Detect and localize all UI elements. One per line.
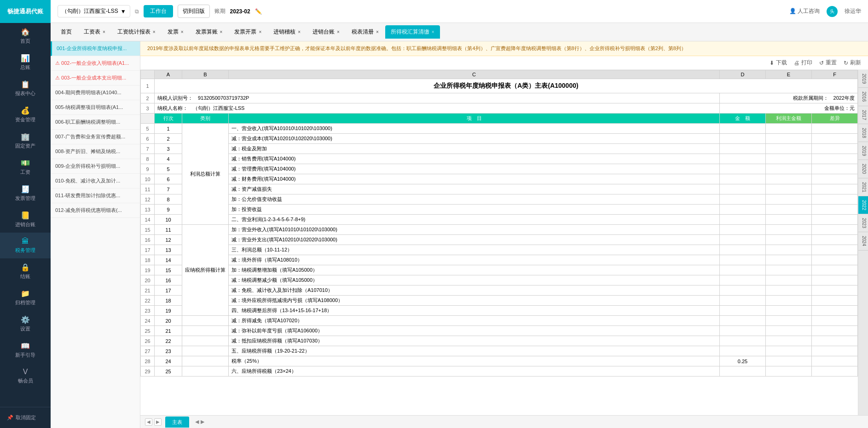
report-item-011[interactable]: 011-研发费用加计扣除优惠... xyxy=(51,188,140,203)
cell-lirunquane[interactable] xyxy=(766,255,812,265)
report-item-012[interactable]: 012-减免所得税优惠明细表(... xyxy=(51,203,140,218)
sidebar-item-ledger[interactable]: 📊总账 xyxy=(0,49,51,75)
report-item-010[interactable]: 010-免税、减计收入及加计... xyxy=(51,174,140,188)
cell-xiangmu[interactable]: 加：公允价值变动收益 xyxy=(229,194,720,205)
tab-close-purchase_ledger[interactable]: × xyxy=(337,29,340,34)
nav-tab-payroll_stats[interactable]: 工资统计报表× xyxy=(112,25,161,39)
cell-chay[interactable] xyxy=(812,326,858,336)
cell-lirunquane[interactable] xyxy=(766,245,812,255)
cell-xiangmu[interactable]: 一、营业收入(填写A101010\101020\103000) xyxy=(229,124,720,134)
cell-xuhao[interactable]: 2 xyxy=(155,134,182,144)
cell-quane[interactable] xyxy=(720,285,766,296)
cell-xiangmu[interactable]: 六、应纳所得税额（23×24） xyxy=(229,366,720,377)
cell-chay[interactable] xyxy=(812,184,858,194)
cell-xuhao[interactable]: 16 xyxy=(155,275,182,285)
year-item-2021[interactable]: 2021 xyxy=(858,178,868,196)
cell-lirunquane[interactable] xyxy=(766,134,812,144)
report-item-004[interactable]: 004-期间费用明细表(A1040... xyxy=(51,86,140,100)
cell-xuhao[interactable]: 1 xyxy=(155,124,182,134)
reset-button[interactable]: ↺ 重置 xyxy=(819,59,837,67)
cell-xuhao[interactable]: 25 xyxy=(155,366,182,377)
nav-tab-tax_table[interactable]: 税表清册× xyxy=(346,25,384,39)
year-item-2018[interactable]: 2018 xyxy=(858,124,868,142)
cell-chay[interactable] xyxy=(812,154,858,164)
pin-toggle[interactable]: 📌 取消固定 xyxy=(5,412,46,423)
cell-lirunquane[interactable] xyxy=(766,235,812,245)
cell-leibie[interactable] xyxy=(182,356,229,366)
sidebar-item-settings[interactable]: ⚙️设置 xyxy=(0,311,51,337)
year-item-2024[interactable]: 2024 xyxy=(858,232,868,250)
tab-close-invoice_open[interactable]: × xyxy=(259,29,261,34)
tab-close-tax_table[interactable]: × xyxy=(376,29,379,34)
cell-xuhao[interactable]: 23 xyxy=(155,346,182,356)
cell-lirunquane[interactable] xyxy=(766,326,812,336)
cell-quane[interactable] xyxy=(720,124,766,134)
copy-icon[interactable]: ⧉ xyxy=(135,8,139,15)
cell-lirunquane[interactable] xyxy=(766,205,812,215)
report-item-002[interactable]: ⚠ 002-一般企业收入明细表(A1... xyxy=(51,56,140,71)
cell-quane[interactable] xyxy=(720,235,766,245)
cell-leibie[interactable] xyxy=(182,366,229,377)
report-item-003[interactable]: ⚠ 003-一般企业成本支出明细... xyxy=(51,71,140,86)
sidebar-item-close[interactable]: 🔒结账 xyxy=(0,258,51,285)
nav-tab-home[interactable]: 首页 xyxy=(55,25,77,39)
cell-chay[interactable] xyxy=(812,164,858,174)
cell-xiangmu[interactable]: 减：营业外支出(填写A102010\102020\103000) xyxy=(229,235,720,245)
tab-close-invoice[interactable]: × xyxy=(181,29,184,34)
print-button[interactable]: 🖨 打印 xyxy=(794,59,812,67)
cell-xuhao[interactable]: 18 xyxy=(155,296,182,306)
cell-xiangmu[interactable]: 减：免税、减计收入及加计扣除（A107010） xyxy=(229,285,720,296)
cell-xiangmu[interactable]: 减：境外所得（填写A108010） xyxy=(229,255,720,265)
cell-lirunquane[interactable] xyxy=(766,346,812,356)
cell-xuhao[interactable]: 6 xyxy=(155,174,182,184)
cell-xiangmu[interactable]: 减：资产减值损失 xyxy=(229,184,720,194)
cell-xuhao[interactable]: 14 xyxy=(155,255,182,265)
nav-tab-purchase_check[interactable]: 进销稽核× xyxy=(268,25,306,39)
cell-lirunquane[interactable] xyxy=(766,164,812,174)
sheet-tab-main[interactable]: 主表 xyxy=(165,417,189,428)
report-item-009[interactable]: 009-企业所得税补亏损明细... xyxy=(51,159,140,174)
cell-xiangmu[interactable]: 加：纳税调整增加额（填写A105000） xyxy=(229,265,720,275)
cell-chay[interactable] xyxy=(812,366,858,377)
cell-quane[interactable] xyxy=(720,296,766,306)
cell-lirunquane[interactable] xyxy=(766,275,812,285)
year-item-2022[interactable]: 2022 xyxy=(858,196,868,214)
nav-tab-income_tax[interactable]: 所得税汇算清缴× xyxy=(385,25,440,39)
report-item-006[interactable]: 006-职工薪酬纳税调整明细... xyxy=(51,115,140,130)
cell-xuhao[interactable]: 20 xyxy=(155,316,182,326)
cell-chay[interactable] xyxy=(812,356,858,366)
cell-chay[interactable] xyxy=(812,245,858,255)
nav-tab-invoice_calc[interactable]: 发票算账× xyxy=(190,25,228,39)
cell-lirunquane[interactable] xyxy=(766,225,812,235)
cell-quane[interactable] xyxy=(720,225,766,235)
cell-xuhao[interactable]: 8 xyxy=(155,194,182,205)
cell-lirunquane[interactable] xyxy=(766,285,812,296)
cell-quane[interactable] xyxy=(720,306,766,316)
cell-quane[interactable] xyxy=(720,265,766,275)
year-item-2020[interactable]: 2020 xyxy=(858,160,868,178)
cell-quane[interactable] xyxy=(720,164,766,174)
tab-close-purchase_check[interactable]: × xyxy=(298,29,301,34)
sidebar-item-archive[interactable]: 📁归档管理 xyxy=(0,285,51,311)
workbench-button[interactable]: 工作台 xyxy=(144,5,173,17)
sidebar-item-tax[interactable]: 🏛税务管理 xyxy=(0,233,51,258)
cell-chay[interactable] xyxy=(812,134,858,144)
cell-xuhao[interactable]: 5 xyxy=(155,164,182,174)
year-item-2023[interactable]: 2023 xyxy=(858,214,868,232)
cell-chay[interactable] xyxy=(812,296,858,306)
cell-chay[interactable] xyxy=(812,275,858,285)
cell-lirunquane[interactable] xyxy=(766,154,812,164)
sidebar-item-assets[interactable]: 🏢固定资产 xyxy=(0,128,51,154)
cell-lirunquane[interactable] xyxy=(766,215,812,225)
cell-lirunquane[interactable] xyxy=(766,265,812,275)
cell-lirunquane[interactable] xyxy=(766,144,812,154)
sidebar-item-reports[interactable]: 📋报表中心 xyxy=(0,75,51,102)
cell-lirunquane[interactable] xyxy=(766,124,812,134)
cell-chay[interactable] xyxy=(812,255,858,265)
cell-chay[interactable] xyxy=(812,194,858,205)
nav-tab-purchase_ledger[interactable]: 进销台账× xyxy=(307,25,345,39)
cell-xiangmu[interactable]: 五、应纳税所得额（19-20-21-22） xyxy=(229,346,720,356)
cell-quane[interactable] xyxy=(720,205,766,215)
cell-xiangmu[interactable]: 减：销售费用(填写A104000) xyxy=(229,154,720,164)
tab-close-invoice_calc[interactable]: × xyxy=(220,29,223,34)
